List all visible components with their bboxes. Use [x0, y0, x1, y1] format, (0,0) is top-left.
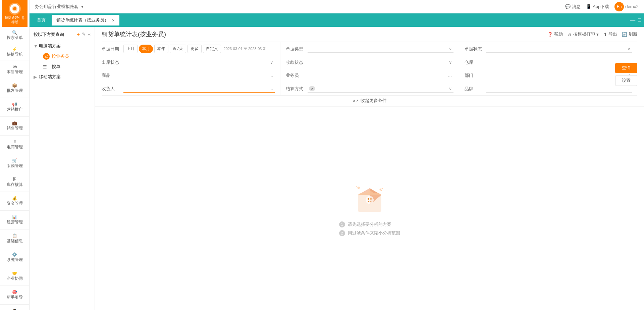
goods-label: 商品	[102, 72, 123, 79]
dropdown-arrow-icon[interactable]: ▾	[81, 4, 84, 9]
sidebar-item-sales[interactable]: 💼 销售管理	[0, 117, 29, 136]
date-btn-more[interactable]: 更多	[187, 45, 202, 53]
empty-hint-2: 2 用过滤条件来缩小分析范围	[339, 230, 400, 236]
maximize-btn[interactable]: □	[638, 17, 641, 23]
collapse-panel-btn[interactable]: «	[88, 32, 91, 38]
empty-svg	[350, 182, 390, 215]
tab-sales-report[interactable]: 销货单统计表（按业务员） ×	[52, 15, 119, 25]
sidebar-item-wholesale[interactable]: 📦 批发管理	[0, 79, 29, 98]
edit-plan-btn[interactable]: ✎	[82, 32, 86, 38]
tree-item-order[interactable]: ☰ 按单	[30, 62, 95, 72]
username: demo2	[625, 4, 639, 9]
order-plan-label: 按单	[52, 64, 60, 70]
query-button[interactable]: 查询	[615, 63, 637, 73]
date-btn-custom[interactable]: 自定义	[203, 45, 221, 53]
basic-icon: 📋	[0, 234, 29, 238]
bill-type-select[interactable]: ∨	[308, 45, 453, 53]
sidebar-item-finance[interactable]: 💰 资金管理	[0, 192, 29, 211]
settlement-x[interactable]: ×	[311, 87, 313, 91]
help-btn[interactable]: ❓ 帮助	[547, 31, 563, 37]
warehouse-label: 仓库	[465, 59, 486, 65]
sidebar-item-retail[interactable]: 🛍 零售管理	[0, 60, 29, 79]
sidebar-item-collab[interactable]: 🤝 企业协同	[0, 267, 29, 286]
logo-inner	[10, 4, 19, 13]
sales-icon: 💼	[0, 121, 29, 125]
goods-input[interactable]: …	[123, 72, 275, 79]
sidebar-item-system[interactable]: ⚙️ 系统管理	[0, 248, 29, 267]
brand-dots[interactable]: …	[626, 86, 631, 91]
dept-select[interactable]: ∨	[486, 72, 632, 79]
hint-text-2: 用过滤条件来缩小分析范围	[348, 230, 400, 236]
print-btn[interactable]: 🖨 按模板打印 ▾	[568, 31, 599, 37]
export-icon: ⬆	[603, 32, 607, 37]
date-btn-7days[interactable]: 近7天	[170, 45, 186, 53]
warehouse-input[interactable]: …	[486, 59, 632, 66]
settlement-select[interactable]: × ∨	[308, 85, 453, 93]
tree-group-mobile[interactable]: ▶ 移动端方案	[30, 72, 95, 82]
tree-group-pc[interactable]: ▼ 电脑端方案	[30, 41, 95, 51]
add-plan-btn[interactable]: +	[77, 32, 80, 38]
page-title: 销货单统计表(按业务员)	[102, 30, 166, 38]
tab-close-btn[interactable]: ×	[112, 18, 115, 23]
settlement-cell: 结算方式 × ∨	[280, 82, 459, 96]
sidebar-item-operations[interactable]: 📊 经营管理	[0, 211, 29, 229]
hint-num-1: 1	[339, 221, 345, 227]
tree-group-mobile-label: 移动端方案	[39, 74, 61, 80]
goods-dots[interactable]: …	[269, 73, 273, 78]
left-panel-header: 按以下方案查询 + ✎ «	[30, 30, 95, 40]
avatar: Ea	[614, 2, 624, 11]
operations-icon: 📊	[0, 215, 29, 219]
brand-input[interactable]: …	[486, 85, 632, 93]
settlement-tag[interactable]: ×	[309, 86, 315, 91]
tab-home[interactable]: 首页	[32, 15, 50, 25]
tree-item-salesperson[interactable]: 业 按业务员	[30, 51, 95, 62]
bill-type-label: 单据类型	[286, 46, 308, 52]
collect-status-select[interactable]: ∨	[308, 59, 453, 66]
sidebar-item-ecommerce[interactable]: 🖥 电商管理	[0, 136, 29, 154]
nav-label: 快捷导航	[0, 52, 29, 57]
empty-illustration	[350, 182, 390, 216]
goods-cell: 商品 …	[102, 69, 280, 82]
date-range: 2023-03-01 至 2023-03-31	[224, 46, 267, 51]
settings-button[interactable]: 设置	[615, 75, 637, 86]
consignee-dots[interactable]: …	[269, 86, 273, 91]
download-btn[interactable]: 📱 App下载	[586, 4, 609, 10]
consignee-input[interactable]: …	[123, 85, 275, 93]
sidebar-search[interactable]: 🔍 搜索菜单	[0, 27, 29, 44]
collapse-label: 收起更多条件	[361, 98, 387, 104]
sidebar-item-purchase[interactable]: 🛒 采购管理	[0, 154, 29, 173]
date-btn-lastmonth[interactable]: 上月	[123, 45, 138, 53]
sidebar-logo[interactable]: 畅捷通好生意 标版	[2, 0, 28, 27]
salesperson-input[interactable]: …	[308, 72, 453, 79]
collapse-btn[interactable]: ∧∧ 收起更多条件	[102, 96, 637, 106]
message-icon: 💬	[565, 4, 571, 9]
refresh-btn[interactable]: 🔄 刷新	[622, 31, 637, 37]
minimize-btn[interactable]: —	[630, 17, 635, 23]
sidebar-quicknav[interactable]: ⚡ 快捷导航	[0, 44, 29, 60]
sidebar-item-marketing[interactable]: 📢 营销推广	[0, 98, 29, 117]
warehouse-cell: 仓库 …	[459, 56, 637, 69]
sidebar-item-basic[interactable]: 📋 基础信息	[0, 229, 29, 248]
user-info[interactable]: Ea demo2	[614, 2, 639, 11]
tree-arrow-pc: ▼	[34, 44, 38, 49]
stock-status-arrow: ∨	[270, 60, 273, 65]
stock-status-select[interactable]: ∨	[123, 59, 275, 66]
sidebar-item-appcenter[interactable]: 📱 应用中心	[0, 305, 29, 310]
left-panel: 按以下方案查询 + ✎ « ▼ 电脑端方案 业 按业务员	[30, 27, 95, 310]
empty-hints: 1 请先选择要分析的方案 2 用过滤条件来缩小分析范围	[339, 221, 400, 236]
date-btn-thisyear[interactable]: 本年	[154, 45, 168, 53]
finance-icon: 💰	[0, 196, 29, 201]
sidebar-item-newbie[interactable]: 🎯 新手引导	[0, 286, 29, 305]
bill-status-select[interactable]: ∨	[486, 45, 632, 53]
svg-point-7	[370, 198, 372, 200]
sidebar-item-inventory[interactable]: 🗄 库存核算	[0, 173, 29, 192]
date-label: 单据日期	[102, 46, 123, 52]
stock-status-cell: 出库状态 ∨	[102, 56, 280, 69]
date-btn-thismonth[interactable]: 本月	[139, 45, 153, 53]
download-icon: 📱	[586, 4, 591, 9]
appcenter-icon: 📱	[0, 309, 29, 310]
export-btn[interactable]: ⬆ 导出	[603, 31, 617, 37]
content-area: 按以下方案查询 + ✎ « ▼ 电脑端方案 业 按业务员	[30, 27, 644, 310]
message-btn[interactable]: 💬 消息	[565, 4, 581, 10]
salesperson-dots[interactable]: …	[448, 73, 452, 78]
